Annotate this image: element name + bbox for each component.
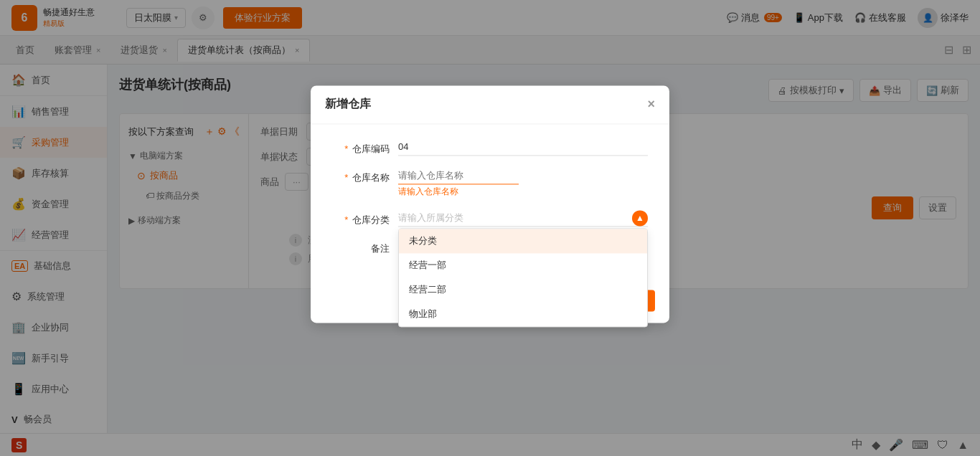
code-row: * 仓库编码	[332, 138, 648, 156]
name-row: * 仓库名称 请输入仓库名称	[332, 167, 648, 198]
code-label: * 仓库编码	[332, 138, 390, 156]
modal-title: 新增仓库	[325, 97, 371, 112]
code-input[interactable]	[398, 138, 648, 156]
modal-close-button[interactable]: ×	[647, 97, 655, 112]
uncategorized-label: 未分类	[409, 235, 437, 246]
dropdown-item-dept1[interactable]: 经营一部	[399, 253, 647, 277]
name-error-message: 请输入仓库名称	[398, 186, 648, 198]
dropdown-item-dept3[interactable]: 物业部	[399, 302, 647, 326]
add-warehouse-modal: 新增仓库 × * 仓库编码 * 仓库名称 请输入仓库名称 *	[311, 85, 669, 323]
category-toggle-button[interactable]: ▲	[632, 210, 648, 226]
name-required-mark: *	[344, 172, 348, 183]
dropdown-item-dept2[interactable]: 经营二部	[399, 277, 647, 302]
dropdown-item-uncategorized[interactable]: 未分类	[399, 229, 647, 253]
code-required-mark: *	[344, 143, 348, 154]
name-input[interactable]	[398, 167, 519, 184]
name-input-container: 请输入仓库名称	[398, 167, 648, 198]
category-required-mark: *	[344, 214, 348, 225]
dept1-label: 经营一部	[409, 260, 446, 270]
name-label: * 仓库名称	[332, 167, 390, 184]
modal-body: * 仓库编码 * 仓库名称 请输入仓库名称 * 仓库分类 ▲	[311, 124, 669, 281]
remark-label: 备注	[332, 238, 390, 255]
dept2-label: 经营二部	[409, 284, 446, 295]
category-dropdown: 未分类 经营一部 经营二部 物业部	[398, 228, 648, 327]
modal-header: 新增仓库 ×	[311, 85, 669, 124]
category-input[interactable]	[398, 209, 648, 227]
dept3-label: 物业部	[409, 308, 437, 319]
category-input-wrapper: ▲ 未分类 经营一部 经营二部 物业部	[398, 209, 648, 227]
category-row: * 仓库分类 ▲ 未分类 经营一部 经营二部	[332, 209, 648, 227]
category-label: * 仓库分类	[332, 209, 390, 227]
